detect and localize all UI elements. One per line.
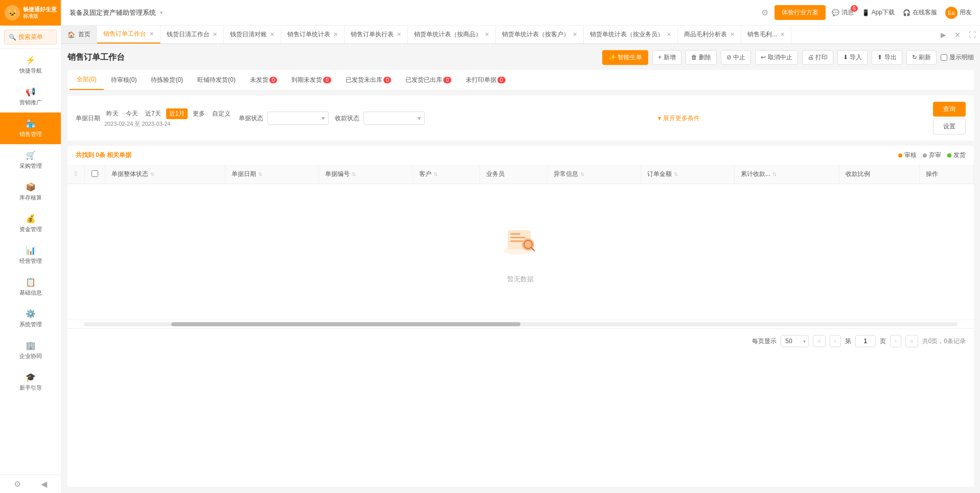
logo-line1: 畅捷通好生意 (23, 6, 57, 13)
filter-tab-wangpu-pending[interactable]: 旺铺待发货(0) (190, 71, 243, 89)
hscrollbar-area (67, 320, 974, 328)
tab-sales-exec[interactable]: 销售订单执行表 ✕ (345, 26, 408, 43)
sidebar-item-sales[interactable]: 🏪 销售管理 (0, 113, 61, 144)
tab-close-goods-stat-staff[interactable]: ✕ (667, 31, 671, 38)
cancel-stop-button[interactable]: ↩ 取消中止 (755, 50, 797, 65)
tab-sales-more[interactable]: 销售毛利... ✕ (741, 26, 791, 43)
tab-close-goods-stat-cust[interactable]: ✕ (573, 31, 577, 38)
smart-create-button[interactable]: ✨ 智能生单 (602, 50, 648, 65)
sidebar-item-inventory[interactable]: 📦 库存核算 (0, 176, 61, 208)
date-more-button[interactable]: 更多 (191, 108, 207, 119)
date-sort[interactable]: 单据日期 ⇅ (232, 170, 312, 178)
sidebar-item-operation[interactable]: 📊 经营管理 (0, 239, 61, 271)
topbar-dropdown-icon[interactable]: ▾ (160, 10, 163, 15)
date-today-button[interactable]: 今天 (124, 108, 140, 119)
tab-close-goods-stat-prod[interactable]: ✕ (485, 31, 489, 38)
date-7days-button[interactable]: 近7天 (143, 108, 163, 119)
cumulative-sort[interactable]: 累计收款... ⇅ (741, 170, 833, 178)
page-first-button[interactable]: « (813, 335, 826, 347)
review-button[interactable]: 审核 (898, 151, 917, 160)
industry-btn[interactable]: 体验行业方案 (774, 5, 826, 20)
number-sort[interactable]: 单据编号 ⇅ (325, 170, 406, 178)
refresh-button[interactable]: ↻ 刷新 (906, 50, 937, 65)
tab-close-all-button[interactable]: ✕ (950, 31, 965, 39)
tab-goods-stat-cust[interactable]: 销货单统计表（按客户） ✕ (496, 26, 584, 43)
app-download-button[interactable]: 📱 App下载 (862, 8, 895, 17)
tab-close-sales-more[interactable]: ✕ (780, 31, 785, 38)
tab-fullscreen-button[interactable]: ⛶ (965, 31, 980, 39)
filter-tab-pending-check[interactable]: 待拣验货(0) (144, 71, 190, 89)
page-next-button[interactable]: › (890, 335, 901, 347)
topbar-gear-icon[interactable]: ⚙ (761, 8, 768, 17)
ship-button[interactable]: 发货 (947, 151, 966, 160)
page-last-button[interactable]: » (905, 335, 918, 347)
user-menu-button[interactable]: Ea 用友 (945, 7, 972, 19)
amount-sort[interactable]: 订单金额 ⇅ (647, 170, 728, 178)
tab-close-cash-daily[interactable]: ✕ (213, 31, 217, 38)
filter-tab-shipped-out[interactable]: 已发货已出库0 (398, 71, 459, 89)
expand-button[interactable]: ▾ 展开更多条件 (658, 114, 700, 123)
sidebar-item-purchase[interactable]: 🛒 采购管理 (0, 144, 61, 176)
tab-close-goods-margin[interactable]: ✕ (730, 31, 735, 38)
date-1month-button[interactable]: 近1月 (166, 108, 188, 119)
sidebar-collapse-button[interactable]: ◀ (41, 479, 47, 489)
online-service-button[interactable]: 🎧 在线客服 (903, 8, 937, 17)
status-select[interactable] (267, 111, 329, 125)
sidebar-item-finance[interactable]: 💰 资金管理 (0, 208, 61, 239)
filter-tab-pending-review[interactable]: 待审核(0) (104, 71, 144, 89)
unrev-button[interactable]: 弃审 (923, 151, 941, 160)
filter-tab-expired-not-shipped[interactable]: 到期未发货0 (284, 71, 338, 89)
print-button[interactable]: 🖨 打印 (802, 50, 833, 65)
tab-cash-reconcile[interactable]: 钱货日清对账 ✕ (224, 26, 281, 43)
tab-close-cash-reconcile[interactable]: ✕ (270, 31, 275, 38)
tab-close-sales-order[interactable]: ✕ (149, 31, 154, 37)
search-menu-button[interactable]: 🔍 搜索菜单 (4, 30, 57, 44)
stop-button[interactable]: ⊘ 中止 (721, 50, 751, 65)
page-suffix-label: 页 (880, 337, 886, 346)
filter-tab-all[interactable]: 全部(0) (70, 70, 104, 90)
payment-select[interactable] (363, 111, 425, 125)
tab-close-sales-exec[interactable]: ✕ (397, 31, 401, 38)
message-button[interactable]: 💬 6 消息 (832, 8, 854, 17)
sort-icon: ⇅ (772, 171, 777, 177)
status-sort[interactable]: 单据整体状态 ⇅ (111, 170, 219, 178)
tab-sales-order[interactable]: 销售订单工作台 ✕ (97, 26, 161, 43)
delete-button[interactable]: 🗑 删除 (686, 50, 717, 65)
set-button[interactable]: 设置 (933, 119, 966, 135)
query-button[interactable]: 查询 (933, 102, 966, 117)
tab-sales-stat[interactable]: 销售订单统计表 ✕ (281, 26, 345, 43)
tab-home[interactable]: 🏠 首页 (61, 26, 97, 43)
filter-tab-not-shipped[interactable]: 未发货0 (243, 71, 285, 89)
import-button[interactable]: ⬇ 导入 (837, 50, 868, 65)
tab-cash-daily[interactable]: 钱货日清工作台 ✕ (161, 26, 224, 43)
date-custom-button[interactable]: 自定义 (210, 108, 233, 119)
tab-goods-stat-staff[interactable]: 销货单统计表（按业务员） ✕ (584, 26, 678, 43)
sidebar-item-quick-nav[interactable]: ⚡ 快捷导航 (0, 49, 61, 81)
per-page-label: 每页显示 (752, 337, 777, 346)
show-detail-checkbox[interactable] (941, 54, 947, 61)
exception-sort[interactable]: 异常信息 ⇅ (554, 170, 634, 178)
export-button[interactable]: ⬆ 导出 (872, 50, 902, 65)
date-yesterday-button[interactable]: 昨天 (104, 108, 121, 119)
filter-tab-not-printed[interactable]: 未打印单据0 (459, 71, 513, 89)
sidebar-item-basic-info[interactable]: 📋 基础信息 (0, 271, 61, 303)
sidebar-item-system[interactable]: ⚙️ 系统管理 (0, 303, 61, 334)
hscrollbar[interactable] (84, 322, 958, 326)
customer-sort[interactable]: 客户 ⇅ (419, 170, 474, 178)
select-all-checkbox[interactable] (92, 170, 98, 177)
ship-dot (947, 153, 951, 158)
sidebar-item-newbie[interactable]: 🎓 新手引导 (0, 366, 61, 398)
page-input[interactable] (855, 335, 876, 347)
sidebar-item-marketing[interactable]: 📢 营销推广 (0, 81, 61, 113)
sidebar-settings-button[interactable]: ⚙ (14, 479, 21, 489)
tab-scroll-right-button[interactable]: ▶ (937, 31, 950, 39)
per-page-select[interactable]: 10 20 50 100 (781, 335, 809, 347)
sidebar-item-enterprise[interactable]: 🏢 企业协同 (0, 334, 61, 366)
show-detail-checkbox-label[interactable]: 显示明细 (941, 53, 974, 62)
tab-close-sales-stat[interactable]: ✕ (333, 31, 338, 38)
add-button[interactable]: + 新增 (652, 50, 681, 65)
page-prev-button[interactable]: ‹ (830, 335, 841, 347)
filter-tab-shipped-not-out[interactable]: 已发货未出库0 (338, 71, 399, 89)
tab-goods-stat-prod[interactable]: 销货单统计表（按商品） ✕ (408, 26, 496, 43)
tab-goods-margin[interactable]: 商品毛利分析表 ✕ (678, 26, 741, 43)
